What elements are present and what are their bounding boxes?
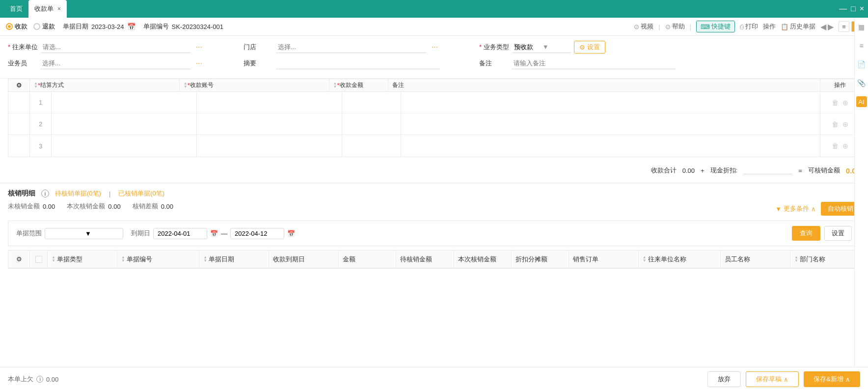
row1-account[interactable] [197, 92, 342, 113]
save-btn[interactable]: 保存&新增 ∧ [804, 371, 860, 387]
detail-settings-icon: ⚙ [16, 255, 22, 263]
pending-tab[interactable]: 待核销单据(0笔) [55, 189, 101, 198]
business-type-field: * 业务类型 预收款 ▼ ⚙ 设置 [479, 41, 676, 54]
radio-refund-dot [33, 23, 40, 30]
verify-info-icon[interactable]: ℹ [41, 190, 49, 197]
current-stat: 本次核销金额 0.00 [67, 202, 120, 211]
history-btn[interactable]: 📋 历史单据 [781, 22, 815, 31]
print-btn[interactable]: ⎙ 打印 [740, 22, 758, 31]
col-settings[interactable]: ⚙ [8, 79, 30, 91]
detail-col-settings[interactable]: ⚙ [8, 251, 30, 268]
sidebar-ai-icon[interactable]: AI [856, 96, 867, 107]
employee-field: 业务员 ··· [8, 57, 204, 69]
radio-refund-label: 退款 [42, 22, 55, 31]
delete-icon[interactable]: 🗑 [832, 99, 839, 107]
row3-account[interactable] [197, 135, 342, 157]
form-settings-btn[interactable]: ⚙ 设置 [574, 41, 605, 54]
total-label: 收款合计 [651, 166, 677, 175]
equals-sign: = [798, 167, 802, 174]
settings-icon: ⚙ [16, 82, 22, 89]
copy-icon[interactable]: ⊕ [842, 142, 848, 150]
sidebar-list-icon[interactable]: ≡ [856, 40, 867, 51]
row2-account[interactable] [197, 113, 342, 135]
summary-input[interactable] [276, 57, 440, 69]
form-row-1: * 往来单位 ··· 门店 ··· * 业务类型 预收款 ▼ [8, 41, 860, 54]
more-conditions-btn[interactable]: ▼ 更多条件 ∧ [775, 204, 816, 213]
dropdown-icon: ▼ [542, 43, 569, 51]
page-nav: ◀ ▶ [820, 22, 834, 31]
bottom-info: 本单上欠 ℹ 0.00 [8, 375, 58, 384]
next-page-icon[interactable]: ▶ [828, 22, 834, 31]
current-value: 0.00 [108, 203, 120, 210]
date-from-icon[interactable]: 📅 [210, 230, 218, 237]
filter-settings-btn[interactable]: 设置 [824, 226, 852, 241]
sidebar-doc-icon[interactable]: 📄 [856, 59, 867, 70]
bottom-spacer [0, 275, 868, 299]
radio-refund[interactable]: 退款 [33, 22, 55, 31]
number-label: 单据编号 [143, 22, 169, 31]
check-all[interactable] [35, 256, 42, 263]
done-tab[interactable]: 已核销单据(0笔) [118, 189, 164, 198]
operation-btn[interactable]: 操作 [763, 22, 776, 31]
draft-dropdown-icon: ∧ [784, 376, 788, 383]
shop-more-btn[interactable]: ··· [430, 43, 440, 52]
verify-stats-row: 未核销金额 0.00 本次核销金额 0.00 核销差额 0.00 ▼ 更多条件 … [8, 202, 860, 216]
help-btn[interactable]: ⊙ 帮助 [665, 22, 685, 31]
minimize-icon[interactable]: — [839, 4, 847, 13]
tab-home[interactable]: 首页 [4, 0, 28, 18]
date-calendar-icon[interactable]: 📅 [127, 23, 136, 30]
summary-row: 收款合计 0.00 + 现金折扣: = 可核销金额 0.00 [0, 162, 868, 179]
partner-label: * 往来单位 [8, 43, 38, 52]
row1-settle[interactable] [52, 92, 197, 113]
detail-col-check [30, 251, 48, 268]
date-to-input[interactable] [230, 228, 284, 239]
close-icon[interactable]: × [860, 4, 864, 13]
radio-receipt[interactable]: 收款 [6, 22, 27, 31]
partner-input[interactable] [41, 41, 191, 53]
date-to-icon[interactable]: 📅 [287, 230, 295, 237]
employee-more-btn[interactable]: ··· [194, 59, 204, 68]
copy-icon[interactable]: ⊕ [842, 99, 848, 107]
remark-input[interactable] [512, 57, 676, 69]
shop-input[interactable] [276, 41, 427, 53]
prev-page-icon[interactable]: ◀ [820, 22, 826, 31]
row1-amount[interactable] [342, 92, 401, 113]
date-label: 单据日期 [63, 22, 88, 31]
query-btn[interactable]: 查询 [792, 226, 820, 241]
unverified-stat: 未核销金额 0.00 [8, 202, 55, 211]
bottom-info-icon[interactable]: ℹ [36, 376, 43, 383]
draft-btn[interactable]: 保存草稿 ∧ [746, 371, 799, 387]
row3-amount[interactable] [342, 135, 401, 157]
delete-icon[interactable]: 🗑 [832, 142, 839, 150]
sidebar-attach-icon[interactable]: 📎 [856, 78, 867, 88]
maximize-icon[interactable]: □ [851, 4, 856, 13]
partner-more-btn[interactable]: ··· [194, 43, 204, 52]
tab-close-icon[interactable]: × [57, 5, 61, 12]
row2-remark[interactable] [401, 113, 820, 135]
range-select[interactable]: ▼ [45, 228, 123, 239]
radio-receipt-dot [6, 23, 13, 30]
discount-input[interactable] [743, 167, 792, 174]
row2-settle[interactable] [52, 113, 197, 135]
row2-amount[interactable] [342, 113, 401, 135]
date-from-input[interactable] [153, 228, 207, 239]
row1-remark[interactable] [401, 92, 820, 113]
table-row: 1 🗑 ⊕ [8, 92, 860, 113]
row3-settle[interactable] [52, 135, 197, 157]
main-area: 收款 退款 单据日期 2023-03-24 📅 单据编号 SK-20230324… [0, 18, 868, 391]
video-btn[interactable]: ⊙ 视频 [634, 22, 653, 31]
delete-icon[interactable]: 🗑 [832, 120, 839, 128]
tab-current[interactable]: 收款单 × [28, 0, 67, 18]
list-view-icon[interactable]: ≡ [839, 21, 849, 32]
bottom-actions: 放弃 保存草稿 ∧ 保存&新增 ∧ [707, 371, 860, 387]
row3-remark[interactable] [401, 135, 820, 157]
copy-icon[interactable]: ⊕ [842, 120, 848, 128]
abandon-btn[interactable]: 放弃 [707, 371, 741, 387]
filter-icon: ▼ [775, 205, 782, 213]
shortcut-btn[interactable]: ⌨ 快捷键 [696, 21, 735, 32]
sidebar-table-icon[interactable]: ▦ [856, 22, 867, 32]
employee-input[interactable] [40, 57, 191, 69]
business-type-select[interactable]: 预收款 ▼ [512, 42, 571, 53]
filter-row: 单据范围 ▼ 到期日 📅 — 📅 查询 设置 [8, 221, 860, 246]
remark-field: 备注 [479, 57, 676, 69]
